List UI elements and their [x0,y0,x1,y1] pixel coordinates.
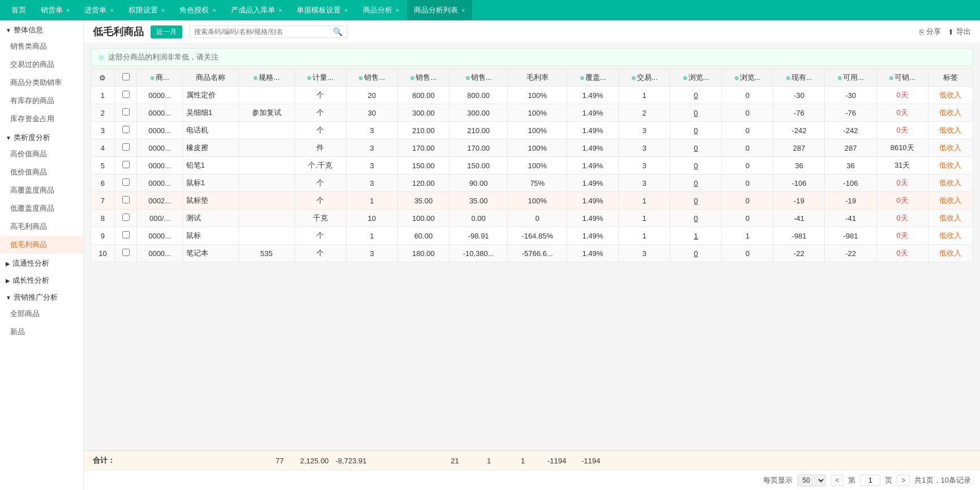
sidebar-group-flow[interactable]: ▶ 流通性分析 [0,254,83,271]
row-sales-profit: 210.00 [449,122,507,139]
row-view2: 0 [722,87,773,104]
page-size-select[interactable]: 50 100 200 [797,474,826,487]
row-no: 4 [91,139,115,157]
row-sales-profit: -10,380... [449,245,507,262]
row-view2: 0 [722,139,773,157]
sidebar-item-stock-goods[interactable]: 有库存的商品 [0,92,83,110]
page-header: 低毛利商品 近一月 🔍 ⎘ 分享 ⬆ 导出 [84,20,980,44]
row-view1: 0 [670,87,722,104]
row-saleable: 31天 [876,157,928,174]
total-sales-amount: 2,125.00 [297,457,332,465]
row-current: -41 [773,210,825,227]
row-checkbox[interactable] [114,122,137,139]
next-page-button[interactable]: > [897,475,910,486]
nav-item-product-analysis[interactable]: 商品分析 × [356,0,406,20]
row-sales-profit: 35.00 [449,192,507,210]
nav-item-template[interactable]: 单据模板设置 × [290,0,354,20]
row-checkbox[interactable] [114,87,137,104]
row-select-checkbox[interactable] [122,178,130,186]
sidebar-group-analysis[interactable]: ▼ 类析度分析 [0,128,83,145]
close-icon[interactable]: × [396,7,399,14]
sidebar-item-low-coverage[interactable]: 低覆盖度商品 [0,199,83,218]
col-saleable: ⊕可销... [876,69,928,87]
search-input[interactable] [194,28,333,36]
row-available: -981 [825,227,876,245]
row-checkbox[interactable] [114,227,137,245]
nav-item-product-analysis-list[interactable]: 商品分析列表 × [407,0,472,20]
sidebar-item-low-margin[interactable]: 低毛利商品 [0,236,83,254]
row-select-checkbox[interactable] [122,108,130,116]
close-icon[interactable]: × [110,7,113,14]
close-icon[interactable]: × [212,7,216,14]
row-tag: 低收入 [928,139,973,157]
export-button[interactable]: ⬆ 导出 [948,27,971,37]
sidebar-item-low-value[interactable]: 低价值商品 [0,163,83,181]
row-view2: 0 [722,122,773,139]
row-checkbox[interactable] [114,245,137,262]
row-checkbox[interactable] [114,192,137,210]
nav-item-sales[interactable]: 销货单 × [34,0,76,20]
row-select-checkbox[interactable] [122,143,130,151]
close-icon[interactable]: × [344,7,348,14]
close-icon[interactable]: × [461,7,465,14]
row-select-checkbox[interactable] [122,91,130,98]
row-sales-amount: 300.00 [397,104,449,122]
sidebar-item-high-value[interactable]: 高价值商品 [0,145,83,163]
col-checkbox[interactable] [114,69,137,87]
row-name: 测试 [182,210,238,227]
nav-item-permission[interactable]: 权限设置 × [122,0,172,20]
row-checkbox[interactable] [114,174,137,192]
row-select-checkbox[interactable] [122,196,130,203]
nav-item-purchase[interactable]: 进货单 × [78,0,120,20]
table-row: 9 0000... 鼠标 个 1 60.00 -98.91 -164.85% 1… [91,227,973,245]
row-checkbox[interactable] [114,104,137,122]
row-trade: 3 [619,157,670,174]
row-checkbox[interactable] [114,157,137,174]
close-icon[interactable]: × [279,7,282,14]
col-coverage: ⊕覆盖... [567,69,618,87]
row-checkbox[interactable] [114,210,137,227]
row-coverage: 1.49% [567,192,618,210]
row-select-checkbox[interactable] [122,249,130,256]
page-number-input[interactable] [860,475,880,486]
row-tag: 低收入 [928,174,973,192]
sidebar-item-all-goods[interactable]: 全部商品 [0,305,83,323]
col-gross-rate: 毛利率 [508,69,567,87]
table-row: 5 0000... 铅笔1 个,千克 3 150.00 150.00 100% … [91,157,973,174]
total-info-label: 共1页，10条记录 [914,475,971,485]
row-coverage: 1.49% [567,139,618,157]
sidebar-group-overall[interactable]: ▼ 整体信息 [0,20,83,37]
row-select-checkbox[interactable] [122,231,130,238]
prev-page-button[interactable]: < [831,475,844,486]
row-sales-count: 20 [346,87,397,104]
sidebar-group-growth[interactable]: ▶ 成长性分析 [0,271,83,288]
row-checkbox[interactable] [114,139,137,157]
sidebar-group-marketing[interactable]: ▼ 营销推广分析 [0,288,83,305]
time-filter-button[interactable]: 近一月 [151,25,182,39]
total-view1: 1 [472,457,506,465]
sidebar-item-high-coverage[interactable]: 高覆盖度商品 [0,181,83,199]
share-button[interactable]: ⎘ 分享 [919,27,941,37]
select-all-checkbox[interactable] [122,73,130,80]
row-sales-count: 3 [346,245,397,262]
close-icon[interactable]: × [66,7,70,14]
nav-item-product-inbound[interactable]: 产成品入库单 × [224,0,289,20]
sidebar-item-category-rate[interactable]: 商品分类助销率 [0,74,83,92]
row-sales-count: 3 [346,157,397,174]
sidebar-item-traded-goods[interactable]: 交易过的商品 [0,56,83,74]
nav-item-role[interactable]: 角色授权 × [173,0,222,20]
row-code: 0000... [137,104,182,122]
sidebar-item-stock-capital[interactable]: 库存资金占用 [0,110,83,128]
notice-bar: ☆ 这部分商品的利润非常低，请关注 [91,48,973,66]
sidebar-item-sales-goods[interactable]: 销售类商品 [0,37,83,56]
row-no: 8 [91,210,115,227]
col-settings[interactable]: ⚙ [91,69,115,87]
sidebar-item-high-margin[interactable]: 高毛利商品 [0,218,83,236]
row-select-checkbox[interactable] [122,126,130,133]
close-icon[interactable]: × [161,7,165,14]
nav-item-home[interactable]: 首页 [5,0,33,20]
row-select-checkbox[interactable] [122,214,130,221]
row-current: -22 [773,245,825,262]
row-select-checkbox[interactable] [122,161,130,168]
sidebar-item-new-goods[interactable]: 新品 [0,323,83,341]
